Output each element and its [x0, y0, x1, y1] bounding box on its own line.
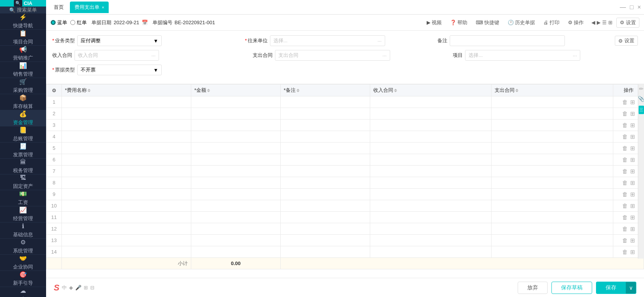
cell-expense-name-5[interactable] [62, 143, 191, 154]
cell-income-contract-3[interactable] [370, 119, 492, 131]
partner-select[interactable]: 选择... ··· [270, 35, 385, 46]
cell-income-contract-2[interactable] [370, 108, 492, 119]
cell-expense-contract-9[interactable] [492, 189, 613, 200]
cell-amount-4[interactable] [191, 131, 281, 143]
discard-button[interactable]: 放弃 [518, 282, 548, 294]
cell-remark-11[interactable] [280, 212, 370, 223]
business-type-select[interactable]: 应付调整 ▼ [77, 35, 162, 46]
video-btn[interactable]: ▶ 视频 [424, 18, 444, 27]
cell-amount-3[interactable] [191, 119, 281, 131]
cell-expense-contract-12[interactable] [492, 223, 613, 235]
radio-blue[interactable] [51, 20, 56, 25]
th-settings[interactable]: ⚙ [46, 85, 62, 96]
cell-expense-contract-3[interactable] [492, 119, 613, 131]
next-btn[interactable]: ▶ [597, 20, 601, 25]
cell-income-contract-1[interactable] [370, 96, 492, 108]
cell-expense-contract-14[interactable] [492, 246, 613, 258]
cell-amount-1[interactable] [191, 96, 281, 108]
sidebar-item-base-info[interactable]: ℹ 基础信息 [0, 222, 46, 239]
cell-amount-8[interactable] [191, 177, 281, 189]
cell-expense-contract-2[interactable] [492, 108, 613, 119]
copy-row-icon[interactable]: ⊞ [630, 156, 635, 163]
cell-remark-3[interactable] [280, 119, 370, 131]
cell-expense-contract-10[interactable] [492, 200, 613, 212]
cell-expense-contract-7[interactable] [492, 166, 613, 177]
copy-row-icon[interactable]: ⊞ [630, 133, 635, 140]
sidebar-item-sales[interactable]: 📊 销售管理 [0, 62, 46, 78]
radio-blue-label[interactable]: 蓝单 [51, 19, 67, 26]
calendar-icon[interactable]: 📅 [142, 20, 148, 25]
delete-row-icon[interactable]: 🗑 [622, 226, 628, 232]
sidebar-item-marketing[interactable]: 📢 营销推广 [0, 46, 46, 62]
sidebar-item-enterprise[interactable]: 🤝 企业协同 [0, 255, 46, 271]
form-settings-btn[interactable]: ⚙ 设置 [615, 36, 638, 46]
right-panel-icon-2[interactable]: 📎 [638, 96, 644, 102]
sort-income-contract[interactable] [394, 89, 397, 92]
cell-remark-10[interactable] [280, 200, 370, 212]
copy-row-icon[interactable]: ⊞ [630, 168, 635, 175]
sidebar-item-tax[interactable]: 🏛 税务管理 [0, 159, 46, 174]
tab-expense[interactable]: 费用支出单 × [70, 2, 109, 13]
cell-remark-8[interactable] [280, 177, 370, 189]
cell-income-contract-10[interactable] [370, 200, 492, 212]
delete-row-icon[interactable]: 🗑 [622, 168, 628, 175]
sidebar-item-salary[interactable]: 💵 工资 [0, 190, 46, 206]
save-dropdown-button[interactable]: ∨ [626, 282, 636, 294]
window-minimize-btn[interactable]: — [620, 4, 626, 11]
cell-expense-name-7[interactable] [62, 166, 191, 177]
sidebar-search[interactable]: 🔍 搜索菜单 [0, 7, 46, 13]
cell-amount-10[interactable] [191, 200, 281, 212]
sidebar-item-quick-nav[interactable]: ⚡ 快捷导航 [0, 13, 46, 30]
cell-amount-14[interactable] [191, 246, 281, 258]
income-contract-select[interactable]: 收入合同 ··· [74, 50, 159, 61]
list-view-btn[interactable]: ☰ [602, 20, 607, 25]
copy-row-icon[interactable]: ⊞ [630, 145, 635, 152]
copy-row-icon[interactable]: ⊞ [630, 122, 635, 129]
cell-expense-contract-6[interactable] [492, 154, 613, 166]
copy-row-icon[interactable]: ⊞ [630, 191, 635, 198]
cell-amount-7[interactable] [191, 166, 281, 177]
project-select[interactable]: 选择... ··· [465, 50, 580, 61]
cell-income-contract-7[interactable] [370, 166, 492, 177]
cell-remark-14[interactable] [280, 246, 370, 258]
cell-amount-5[interactable] [191, 143, 281, 154]
sidebar-item-invoice[interactable]: 🧾 发票管理 [0, 143, 46, 159]
sidebar-item-fixed-assets[interactable]: 🏗 固定资产 [0, 174, 46, 190]
window-close-btn[interactable]: × [637, 4, 641, 11]
cell-remark-13[interactable] [280, 235, 370, 246]
sidebar-item-system[interactable]: ⚙ 系统管理 [0, 239, 46, 255]
copy-row-icon[interactable]: ⊞ [630, 110, 635, 117]
sidebar-item-operations[interactable]: 📈 经营管理 [0, 206, 46, 222]
cell-income-contract-11[interactable] [370, 212, 492, 223]
copy-row-icon[interactable]: ⊞ [630, 214, 635, 221]
cell-income-contract-9[interactable] [370, 189, 492, 200]
delete-row-icon[interactable]: 🗑 [622, 191, 628, 198]
cell-expense-name-6[interactable] [62, 154, 191, 166]
grid-view-btn[interactable]: ⊞ [608, 20, 613, 25]
radio-red-label[interactable]: 红单 [70, 19, 87, 26]
expense-contract-select[interactable]: 支出合同 ··· [275, 50, 390, 61]
sidebar-item-project-contract[interactable]: 📋 项目合同 [0, 30, 46, 46]
copy-row-icon[interactable]: ⊞ [630, 249, 635, 256]
copy-row-icon[interactable]: ⊞ [630, 226, 635, 232]
save-draft-button[interactable]: 保存草稿 [551, 282, 592, 294]
footer-icon-5[interactable]: ⊟ [90, 285, 94, 290]
cell-expense-contract-13[interactable] [492, 235, 613, 246]
cell-expense-name-3[interactable] [62, 119, 191, 131]
cell-expense-contract-11[interactable] [492, 212, 613, 223]
footer-icon-2[interactable]: ◆ [69, 285, 73, 290]
sidebar-item-capital[interactable]: 💰 资金管理 [0, 110, 46, 126]
cell-expense-name-8[interactable] [62, 177, 191, 189]
window-maximize-btn[interactable]: □ [630, 4, 634, 11]
history-btn[interactable]: 🕐 历史单据 [505, 18, 537, 27]
cell-amount-11[interactable] [191, 212, 281, 223]
prev-btn[interactable]: ◀ [591, 20, 595, 25]
sidebar-item-newbie[interactable]: 🎯 新手引导 [0, 271, 46, 287]
sort-expense-name[interactable] [88, 89, 91, 92]
cell-remark-4[interactable] [280, 131, 370, 143]
sort-remark[interactable] [296, 89, 300, 92]
cell-expense-contract-1[interactable] [492, 96, 613, 108]
tab-home[interactable]: 首页 [49, 2, 68, 13]
cell-amount-9[interactable] [191, 189, 281, 200]
cell-income-contract-8[interactable] [370, 177, 492, 189]
